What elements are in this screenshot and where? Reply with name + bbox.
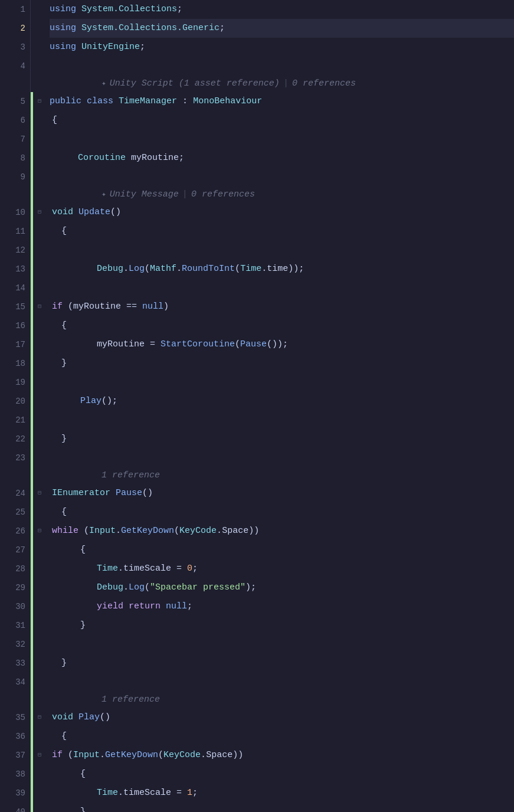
type-time-39: Time xyxy=(97,784,118,803)
gutter: ⊟ ⊟ ⊟ ⊟ ⊟ ⊟ ⊟ xyxy=(31,0,47,812)
ln-11: 11 xyxy=(0,222,25,241)
code-line-20: Play (); xyxy=(50,392,514,411)
ln-7: 7 xyxy=(0,130,25,149)
code-line-32 xyxy=(50,635,514,654)
kw-class-5: class xyxy=(87,92,113,111)
ln-30: 30 xyxy=(0,597,25,616)
type-void-35: void xyxy=(52,708,73,727)
code-line-4 xyxy=(50,57,514,76)
code-line-28: Time . timeScale = 0 ; xyxy=(50,559,514,578)
ln-37: 37 xyxy=(0,746,25,765)
method-update: Update xyxy=(78,203,110,222)
meta-line-1ref-play: 1 reference xyxy=(50,692,514,708)
kw-while-26: while xyxy=(52,522,78,541)
code-line-33: } xyxy=(50,654,514,673)
code-line-36: { xyxy=(50,727,514,746)
ln-5: 5 xyxy=(0,92,25,111)
ln-18: 18 xyxy=(0,354,25,373)
code-line-34 xyxy=(50,673,514,692)
meta-unity-message-text: Unity Message xyxy=(110,186,179,203)
code-line-31: } xyxy=(50,616,514,635)
ln-32: 32 xyxy=(0,635,25,654)
code-line-1: using System.Collections ; xyxy=(50,0,514,19)
code-line-7 xyxy=(50,130,514,149)
method-getkeydown-26: GetKeyDown xyxy=(121,522,174,541)
space xyxy=(76,38,81,57)
ln-meta1 xyxy=(0,76,25,92)
ln-meta3 xyxy=(0,467,25,484)
brace-close-31: } xyxy=(80,616,86,635)
ln-1: 1 xyxy=(0,0,25,19)
brace-open-36: { xyxy=(61,727,67,746)
ln-2: 💡 2 xyxy=(0,19,25,38)
meta-line-unity-script: ✦ Unity Script (1 asset reference) | 0 r… xyxy=(50,76,514,92)
fold-btn-35[interactable]: ⊟ xyxy=(34,708,45,727)
kw-using-2: using xyxy=(50,19,76,38)
type-debug-13: Debug xyxy=(97,260,123,279)
fold-btn-10[interactable]: ⊟ xyxy=(34,203,45,222)
ln-10: 10 xyxy=(0,203,25,222)
code-line-35: void Play () xyxy=(50,708,514,727)
kw-using-3: using xyxy=(50,38,76,57)
ln-3: 3 xyxy=(0,38,25,57)
ln-20: 20 xyxy=(0,392,25,411)
brace-close-22: } xyxy=(61,430,67,448)
type-system-collections: System.Collections xyxy=(81,0,177,19)
code-line-26: while ( Input . GetKeyDown ( KeyCode . S… xyxy=(50,522,514,541)
unity-message-icon: ✦ xyxy=(102,186,106,203)
meta-separator-2: | xyxy=(182,186,188,203)
semi-2: ; xyxy=(220,19,225,38)
ident-space-26: Space xyxy=(222,522,248,541)
ln-14: 14 xyxy=(0,279,25,297)
code-line-12 xyxy=(50,241,514,260)
meta-1ref-text: 1 reference xyxy=(102,467,160,484)
method-pause-24: Pause xyxy=(116,484,142,503)
fold-btn-15[interactable]: ⊟ xyxy=(34,297,45,316)
ln-21: 21 xyxy=(0,411,25,430)
ln-40: 40 xyxy=(0,803,25,812)
ln-16: 16 xyxy=(0,316,25,335)
code-line-11: { xyxy=(50,222,514,241)
fold-btn-5[interactable]: ⊟ xyxy=(34,92,45,111)
code-line-9 xyxy=(50,168,514,186)
meta-separator-1: | xyxy=(283,76,289,92)
type-keycode-26: KeyCode xyxy=(179,522,217,541)
kw-if-37: if xyxy=(52,746,63,765)
code-line-39: Time . timeScale = 1 ; xyxy=(50,784,514,803)
type-time-28: Time xyxy=(97,559,118,578)
str-spacebar-pressed: "Spacebar pressed" xyxy=(150,578,245,597)
kw-if-15: if xyxy=(52,297,63,316)
ln-9: 9 xyxy=(0,168,25,186)
ident-timescale-28: timeScale xyxy=(123,559,171,578)
ident-myroutine: myRoutine xyxy=(131,149,179,168)
semi-8: ; xyxy=(179,149,184,168)
type-ienumerator: IEnumerator xyxy=(52,484,110,503)
fold-btn-24[interactable]: ⊟ xyxy=(34,484,45,503)
fold-btn-37[interactable]: ⊟ xyxy=(34,746,45,765)
brace-open-11: { xyxy=(61,222,67,241)
code-line-2: using System.Collections.Generic ; xyxy=(50,19,514,38)
type-input-26: Input xyxy=(89,522,116,541)
type-input-37: Input xyxy=(73,746,100,765)
brace-close-33: } xyxy=(61,654,67,673)
code-line-38: { xyxy=(50,765,514,784)
fold-btn-26[interactable]: ⊟ xyxy=(34,522,45,541)
code-line-10: void Update () xyxy=(50,203,514,222)
method-log-29: Log xyxy=(129,578,145,597)
ln-6: 6 xyxy=(0,111,25,130)
line-numbers: 1 💡 2 3 4 5 6 7 8 9 10 11 12 13 14 15 16… xyxy=(0,0,31,812)
space xyxy=(76,19,81,38)
brace-close-18: } xyxy=(61,354,67,373)
code-line-23 xyxy=(50,448,514,467)
meta-line-unity-message: ✦ Unity Message | 0 references xyxy=(50,186,514,203)
code-line-24: IEnumerator Pause () xyxy=(50,484,514,503)
meta-zero-refs-2: 0 references xyxy=(191,186,255,203)
type-timemanager: TimeManager xyxy=(119,92,177,111)
kw-public-5: public xyxy=(50,92,81,111)
brace-open-38: { xyxy=(80,765,86,784)
brace-open-16: { xyxy=(61,316,67,335)
ln-25: 25 xyxy=(0,503,25,522)
ln-19: 19 xyxy=(0,373,25,392)
ln-39: 39 xyxy=(0,784,25,803)
type-debug-29: Debug xyxy=(97,578,123,597)
